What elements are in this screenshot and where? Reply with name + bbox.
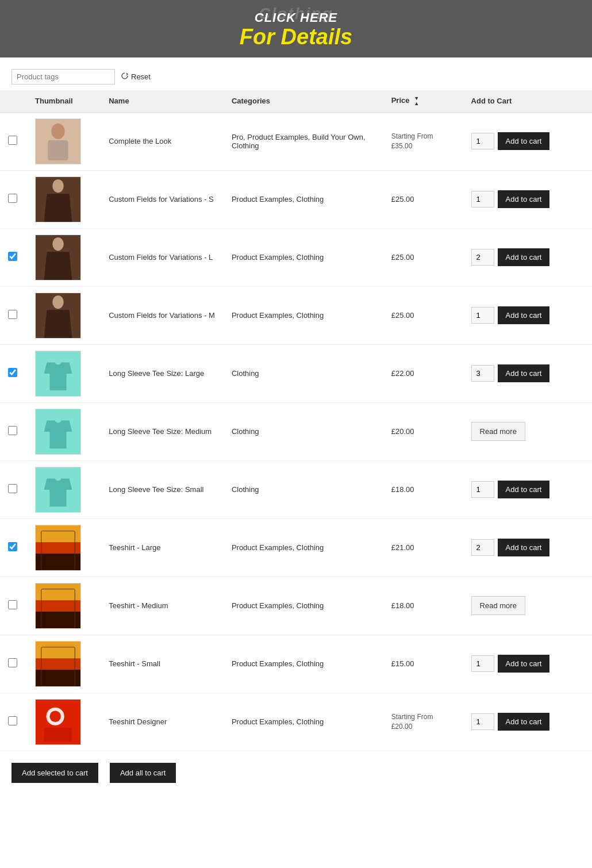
- svg-rect-27: [36, 612, 80, 628]
- product-cart-cell: Add to cart: [463, 112, 592, 170]
- quantity-input[interactable]: [471, 655, 494, 672]
- row-checkbox[interactable]: [8, 368, 17, 377]
- svg-point-4: [52, 179, 64, 193]
- svg-point-20: [55, 474, 61, 481]
- product-categories: Clothing: [224, 460, 383, 519]
- col-header-thumbnail: Thumbnail: [27, 90, 101, 113]
- table-row: Teeshirt - SmallProduct Examples, Clothi…: [0, 635, 592, 693]
- product-thumbnail: [35, 409, 81, 455]
- product-price: £20.00: [383, 402, 463, 460]
- add-to-cart-button[interactable]: Add to cart: [498, 306, 550, 324]
- page-header: Clothing CLICK HERE For Details: [0, 0, 592, 57]
- reset-label: Reset: [131, 72, 151, 81]
- product-price: £25.00: [383, 286, 463, 344]
- product-price: £25.00: [383, 228, 463, 286]
- product-categories: Product Examples, Clothing: [224, 693, 383, 751]
- price-value: £25.00: [391, 195, 414, 203]
- product-cart-cell: Add to cart: [463, 460, 592, 519]
- product-categories: Pro, Product Examples, Build Your Own, C…: [224, 112, 383, 170]
- add-to-cart-button[interactable]: Add to cart: [498, 248, 550, 266]
- row-checkbox[interactable]: [8, 136, 17, 145]
- row-checkbox[interactable]: [8, 716, 17, 725]
- quantity-input[interactable]: [471, 481, 494, 498]
- product-tags-input[interactable]: [11, 69, 115, 85]
- product-cart-cell: Add to cart: [463, 344, 592, 402]
- add-to-cart-button[interactable]: Add to cart: [498, 364, 550, 382]
- table-row: Long Sleeve Tee Size: SmallClothing£18.0…: [0, 460, 592, 519]
- row-checkbox[interactable]: [8, 252, 17, 261]
- product-categories: Product Examples, Clothing: [224, 286, 383, 344]
- product-name: Custom Fields for Variations - S: [101, 170, 224, 228]
- col-header-name: Name: [101, 90, 224, 113]
- add-to-cart-button[interactable]: Add to cart: [498, 713, 550, 731]
- quantity-input[interactable]: [471, 191, 494, 208]
- quantity-input[interactable]: [471, 365, 494, 382]
- quantity-input[interactable]: [471, 713, 494, 730]
- product-categories: Clothing: [224, 344, 383, 402]
- product-name: Teeshirt - Small: [101, 635, 224, 693]
- col-header-price[interactable]: Price ▼▲: [383, 90, 463, 113]
- row-checkbox[interactable]: [8, 658, 17, 667]
- svg-rect-30: [36, 658, 80, 670]
- reset-button[interactable]: Reset: [121, 72, 151, 82]
- product-thumbnail: [35, 176, 81, 222]
- quantity-input[interactable]: [471, 133, 494, 149]
- price-starting-label: Starting From£20.00: [391, 713, 433, 731]
- product-categories: Product Examples, Clothing: [224, 577, 383, 635]
- add-all-to-cart-button[interactable]: Add all to cart: [110, 763, 176, 783]
- price-sort-icons: ▼▲: [414, 96, 419, 106]
- product-name: Teeshirt - Large: [101, 519, 224, 577]
- quantity-input[interactable]: [471, 249, 494, 266]
- price-value: £21.00: [391, 543, 414, 552]
- price-value: £18.00: [391, 485, 414, 494]
- svg-point-17: [55, 416, 61, 423]
- product-thumbnail: [35, 467, 81, 513]
- quantity-input[interactable]: [471, 539, 494, 556]
- add-to-cart-button[interactable]: Add to cart: [498, 190, 550, 208]
- product-thumbnail: [35, 641, 81, 687]
- row-checkbox[interactable]: [8, 600, 17, 609]
- svg-rect-31: [36, 670, 80, 686]
- table-row: Custom Fields for Variations - SProduct …: [0, 170, 592, 228]
- add-to-cart-button[interactable]: Add to cart: [498, 655, 550, 673]
- add-to-cart-button[interactable]: Add to cart: [498, 132, 550, 150]
- read-more-button[interactable]: Read more: [471, 422, 525, 441]
- svg-rect-26: [36, 600, 80, 612]
- add-to-cart-button[interactable]: Add to cart: [498, 481, 550, 498]
- row-checkbox[interactable]: [8, 426, 17, 435]
- table-row: Custom Fields for Variations - LProduct …: [0, 228, 592, 286]
- table-row: Custom Fields for Variations - MProduct …: [0, 286, 592, 344]
- product-thumbnail: [35, 699, 81, 745]
- reset-icon: [121, 72, 129, 82]
- svg-rect-2: [48, 140, 68, 160]
- product-categories: Product Examples, Clothing: [224, 228, 383, 286]
- product-name: Long Sleeve Tee Size: Medium: [101, 402, 224, 460]
- row-checkbox[interactable]: [8, 484, 17, 493]
- quantity-input[interactable]: [471, 307, 494, 324]
- product-thumbnail: [35, 118, 81, 164]
- table-row: Long Sleeve Tee Size: MediumClothing£20.…: [0, 402, 592, 460]
- product-name: Custom Fields for Variations - M: [101, 286, 224, 344]
- filter-bar: Reset: [0, 57, 592, 90]
- product-name: Teeshirt - Medium: [101, 577, 224, 635]
- table-row: Teeshirt DesignerProduct Examples, Cloth…: [0, 693, 592, 751]
- product-price: £18.00: [383, 460, 463, 519]
- price-starting-label: Starting From£35.00: [391, 132, 433, 150]
- product-cart-cell: Add to cart: [463, 170, 592, 228]
- table-row: Complete the LookPro, Product Examples, …: [0, 112, 592, 170]
- product-cart-cell: Add to cart: [463, 286, 592, 344]
- add-selected-to-cart-button[interactable]: Add selected to cart: [11, 763, 98, 783]
- product-table: Thumbnail Name Categories Price ▼▲ Add t…: [0, 90, 592, 751]
- product-cart-cell: Read more: [463, 402, 592, 460]
- price-value: £25.00: [391, 311, 414, 320]
- add-to-cart-button[interactable]: Add to cart: [498, 539, 550, 556]
- read-more-button[interactable]: Read more: [471, 596, 525, 615]
- row-checkbox[interactable]: [8, 542, 17, 551]
- product-cart-cell: Add to cart: [463, 635, 592, 693]
- col-header-add-to-cart: Add to Cart: [463, 90, 592, 113]
- product-name: Custom Fields for Variations - L: [101, 228, 224, 286]
- row-checkbox[interactable]: [8, 310, 17, 319]
- row-checkbox[interactable]: [8, 194, 17, 203]
- product-categories: Product Examples, Clothing: [224, 635, 383, 693]
- product-cart-cell: Add to cart: [463, 228, 592, 286]
